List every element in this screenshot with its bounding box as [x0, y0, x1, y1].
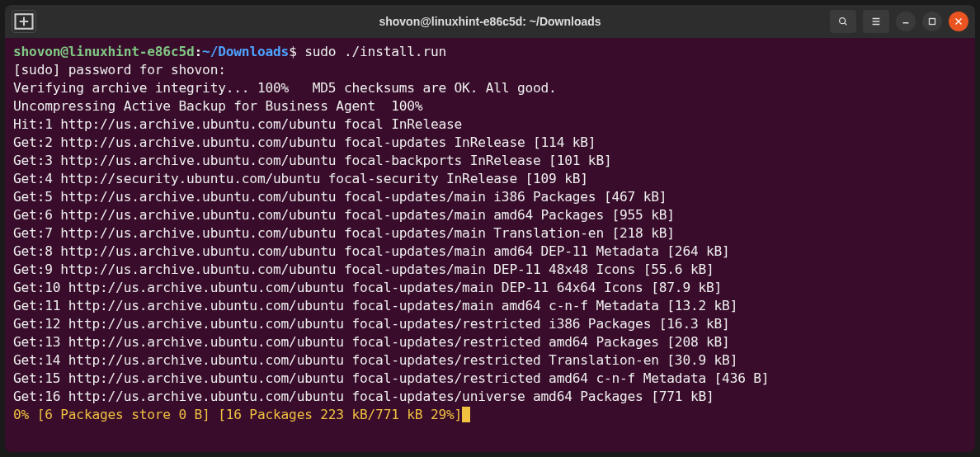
svg-rect-9: [930, 19, 935, 25]
terminal-line: Get:12 http://us.archive.ubuntu.com/ubun…: [13, 316, 730, 332]
terminal-line: Get:7 http://us.archive.ubuntu.com/ubunt…: [13, 225, 675, 241]
terminal-line: Hit:1 http://us.archive.ubuntu.com/ubunt…: [13, 116, 462, 132]
terminal-line: Get:5 http://us.archive.ubuntu.com/ubunt…: [13, 189, 667, 205]
terminal-line: Get:3 http://us.archive.ubuntu.com/ubunt…: [13, 153, 611, 168]
command: sudo ./install.run: [304, 44, 446, 59]
new-tab-button[interactable]: [12, 10, 36, 33]
svg-point-3: [840, 18, 846, 24]
terminal-line: Get:8 http://us.archive.ubuntu.com/ubunt…: [13, 243, 730, 259]
close-icon: [953, 16, 964, 27]
terminal-window: shovon@linuxhint-e86c5d: ~/Downloads sho…: [5, 5, 975, 452]
window-title: shovon@linuxhint-e86c5d: ~/Downloads: [379, 15, 601, 28]
terminal-line: Get:10 http://us.archive.ubuntu.com/ubun…: [13, 280, 722, 295]
new-tab-icon: [12, 10, 35, 33]
close-button[interactable]: [949, 12, 968, 31]
search-icon: [837, 16, 849, 27]
terminal-line: [sudo] password for shovon:: [13, 62, 226, 78]
terminal-line: Get:16 http://us.archive.ubuntu.com/ubun…: [13, 389, 714, 404]
prompt-user-host: shovon@linuxhint-e86c5d: [13, 44, 195, 59]
terminal-line: Get:4 http://security.ubuntu.com/ubuntu …: [13, 171, 588, 186]
maximize-button[interactable]: [922, 12, 942, 31]
menu-button[interactable]: [863, 10, 889, 33]
terminal-line: Get:11 http://us.archive.ubuntu.com/ubun…: [13, 298, 737, 313]
prompt-colon: :: [195, 44, 203, 59]
terminal-body[interactable]: shovon@linuxhint-e86c5d:~/Downloads$ sud…: [5, 38, 975, 452]
maximize-icon: [926, 16, 938, 27]
terminal-line: Get:9 http://us.archive.ubuntu.com/ubunt…: [13, 261, 714, 277]
search-button[interactable]: [830, 10, 856, 33]
prompt-dollar: $: [289, 44, 304, 59]
terminal-line: Get:6 http://us.archive.ubuntu.com/ubunt…: [13, 207, 675, 223]
titlebar: shovon@linuxhint-e86c5d: ~/Downloads: [5, 5, 975, 38]
prompt-path: ~/Downloads: [202, 44, 289, 59]
terminal-line: Get:2 http://us.archive.ubuntu.com/ubunt…: [13, 134, 596, 150]
terminal-line: Get:13 http://us.archive.ubuntu.com/ubun…: [13, 334, 730, 350]
terminal-line: Verifying archive integrity... 100% MD5 …: [13, 80, 557, 96]
terminal-line: Get:15 http://us.archive.ubuntu.com/ubun…: [13, 370, 769, 386]
hamburger-icon: [870, 16, 882, 27]
cursor: [462, 407, 470, 422]
minimize-icon: [900, 16, 912, 27]
terminal-line: Get:14 http://us.archive.ubuntu.com/ubun…: [13, 352, 737, 368]
terminal-line: Uncompressing Active Backup for Business…: [13, 98, 422, 114]
svg-line-4: [845, 23, 847, 26]
minimize-button[interactable]: [896, 12, 916, 31]
progress-status: 0% [6 Packages store 0 B] [16 Packages 2…: [13, 407, 462, 422]
